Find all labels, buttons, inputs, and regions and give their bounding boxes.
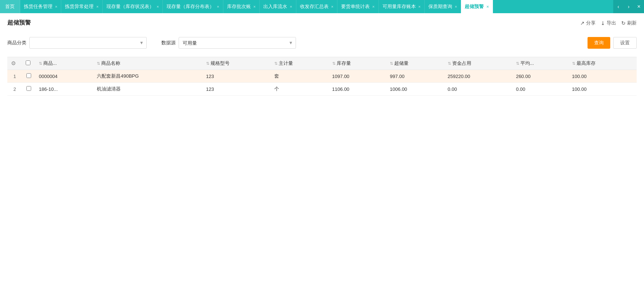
col-unit-header: ⇅ 主计量 <box>271 57 328 70</box>
data-table: ⚙ ⇅ 商品... ⇅ 商品名称 <box>7 57 637 96</box>
col-max-stock-header: ⇅ 最高库存 <box>568 57 637 70</box>
query-button[interactable]: 查询 <box>588 37 610 49</box>
nav-tab-9[interactable]: 保质期查询× <box>425 0 461 13</box>
share-button[interactable]: ↗ 分享 <box>580 20 596 26</box>
select-all-checkbox[interactable] <box>26 60 30 65</box>
row-checkbox[interactable] <box>26 73 31 78</box>
datasource-select[interactable]: 可用量 <box>179 37 296 49</box>
page-header: 超储预警 ↗ 分享 ⤓ 导出 ↻ 刷新 <box>7 19 637 27</box>
nav-tab-4[interactable]: 库存批次账× <box>223 0 260 13</box>
col-check-header <box>22 57 35 70</box>
page-title: 超储预警 <box>7 19 31 27</box>
export-icon: ⤓ <box>601 20 605 26</box>
nav-tab-0[interactable]: 拣货任务管理× <box>20 0 61 13</box>
cell-avg: 260.00 <box>512 70 568 83</box>
cell-index: 2 <box>7 83 22 96</box>
nav-tab-label: 拣货任务管理 <box>24 3 52 10</box>
datasource-label: 数据源 <box>161 40 176 46</box>
gear-icon[interactable]: ⚙ <box>11 60 16 66</box>
table-row: 2 186-10... 机油滤清器 123 个 1106.00 1006.00 … <box>7 83 637 96</box>
settings-button[interactable]: 设置 <box>613 37 637 49</box>
nav-tab-label: 要货单统计表 <box>341 3 370 10</box>
close-tab-icon[interactable]: × <box>253 4 256 9</box>
close-tab-icon[interactable]: × <box>372 4 374 9</box>
page-content: 超储预警 ↗ 分享 ⤓ 导出 ↻ 刷新 商品分类 ▼ <box>0 13 644 293</box>
nav-tab-label: 保质期查询 <box>428 3 452 10</box>
cell-overstock: 1006.00 <box>386 83 444 96</box>
nav-tab-1[interactable]: 拣货异常处理× <box>61 0 102 13</box>
col-overstock-header: ⇅ 超储量 <box>386 57 444 70</box>
share-icon: ↗ <box>580 20 585 26</box>
table-row: 1 0000004 六配套新昌490BPG 123 套 1097.00 997.… <box>7 70 637 83</box>
close-tab-icon[interactable]: × <box>217 4 219 9</box>
nav-tab-label: 收发存汇总表 <box>300 3 329 10</box>
table-body: 1 0000004 六配套新昌490BPG 123 套 1097.00 997.… <box>7 70 637 96</box>
nav-tab-7[interactable]: 要货单统计表× <box>337 0 378 13</box>
nav-tab-3[interactable]: 现存量（库存分布表）× <box>163 0 223 13</box>
nav-tab-label: 现存量（库存分布表） <box>167 3 214 10</box>
sort-icon: ⇅ <box>516 61 519 66</box>
cell-overstock: 997.00 <box>386 70 444 83</box>
close-tab-icon[interactable]: × <box>331 4 333 9</box>
cell-check <box>22 70 35 83</box>
close-tab-icon[interactable]: × <box>486 4 489 9</box>
nav-tab-5[interactable]: 出入库流水× <box>260 0 296 13</box>
nav-tab-label: 出入库流水 <box>263 3 287 10</box>
cell-product-code: 0000004 <box>35 70 93 83</box>
category-label: 商品分类 <box>7 40 26 46</box>
sort-icon: ⇅ <box>390 61 393 66</box>
cell-product-name: 六配套新昌490BPG <box>93 70 202 83</box>
export-button[interactable]: ⤓ 导出 <box>601 20 616 26</box>
nav-tab-6[interactable]: 收发存汇总表× <box>296 0 337 13</box>
close-tab-icon[interactable]: × <box>290 4 292 9</box>
close-tab-icon[interactable]: × <box>96 4 98 9</box>
nav-bar: 首页 拣货任务管理×拣货异常处理×现存量（库存状况表）×现存量（库存分布表）×库… <box>0 0 644 13</box>
cell-capital: 0.00 <box>444 83 512 96</box>
share-label: 分享 <box>586 20 596 26</box>
nav-tab-label: 现存量（库存状况表） <box>106 3 154 10</box>
col-gear-header: ⚙ <box>7 57 22 70</box>
nav-home[interactable]: 首页 <box>0 0 20 13</box>
sort-icon: ⇅ <box>97 61 100 66</box>
col-spec-header: ⇅ 规格型号 <box>202 57 271 70</box>
col-stock-header: ⇅ 库存量 <box>329 57 386 70</box>
cell-capital: 259220.00 <box>444 70 512 83</box>
row-checkbox[interactable] <box>26 86 31 91</box>
col-product-name-header: ⇅ 商品名称 <box>93 57 202 70</box>
close-tab-icon[interactable]: × <box>55 4 57 9</box>
refresh-label: 刷新 <box>627 20 637 26</box>
sort-icon: ⇅ <box>39 61 42 66</box>
nav-close-button[interactable]: ✕ <box>634 0 644 13</box>
nav-next-button[interactable]: › <box>623 0 634 13</box>
cell-stock: 1097.00 <box>329 70 386 83</box>
nav-tab-label: 库存批次账 <box>227 3 251 10</box>
table-header: ⚙ ⇅ 商品... ⇅ 商品名称 <box>7 57 637 70</box>
col-product-code-header: ⇅ 商品... <box>35 57 93 70</box>
cell-product-name: 机油滤清器 <box>93 83 202 96</box>
close-tab-icon[interactable]: × <box>455 4 457 9</box>
cell-unit: 套 <box>271 70 328 83</box>
filter-datasource: 数据源 可用量 ▼ <box>161 37 296 49</box>
nav-tab-label: 拣货异常处理 <box>65 3 94 10</box>
cell-max-stock: 100.00 <box>568 83 637 96</box>
cell-index: 1 <box>7 70 22 83</box>
close-tab-icon[interactable]: × <box>157 4 159 9</box>
nav-prev-button[interactable]: ‹ <box>613 0 623 13</box>
refresh-button[interactable]: ↻ 刷新 <box>621 20 637 26</box>
nav-arrows: ‹ › ✕ <box>613 0 644 13</box>
sort-icon: ⇅ <box>206 61 209 66</box>
category-select-wrap: ▼ <box>29 37 147 49</box>
nav-tab-8[interactable]: 可用量库存账本× <box>379 0 425 13</box>
nav-tab-2[interactable]: 现存量（库存状况表）× <box>103 0 163 13</box>
filter-actions: 查询 设置 <box>588 37 637 49</box>
col-avg-header: ⇅ 平均... <box>512 57 568 70</box>
nav-tab-10[interactable]: 超储预警× <box>461 0 493 13</box>
sort-icon: ⇅ <box>448 61 451 66</box>
close-tab-icon[interactable]: × <box>418 4 421 9</box>
nav-home-label: 首页 <box>5 3 15 10</box>
sort-icon: ⇅ <box>572 61 575 66</box>
cell-avg: 0.00 <box>512 83 568 96</box>
cell-product-code: 186-10... <box>35 83 93 96</box>
nav-tab-label: 可用量库存账本 <box>383 3 416 10</box>
category-select[interactable] <box>29 37 147 49</box>
